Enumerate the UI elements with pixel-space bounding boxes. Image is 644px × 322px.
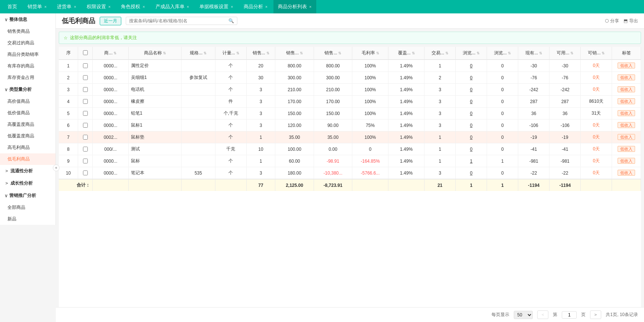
row-checkbox[interactable] <box>83 147 88 152</box>
cell-current: -242 <box>518 84 550 96</box>
chevron-down-icon: ∨ <box>4 87 8 92</box>
cell-browse1[interactable]: 0 <box>456 131 487 143</box>
sidebar-item-traded-products[interactable]: 交易过的商品 <box>0 37 55 49</box>
sidebar-item-new-products[interactable]: 新品 <box>0 213 55 225</box>
cell-browse1[interactable]: 0 <box>456 119 487 131</box>
filter-button[interactable]: 近一月 <box>100 17 121 25</box>
sidebar-item-category-sales[interactable]: 商品分类助销率 <box>0 49 55 60</box>
th-saleable[interactable]: 可销... ⇅ <box>581 47 612 60</box>
th-cover-rate[interactable]: 覆盖... ⇅ <box>388 47 424 60</box>
th-browse1[interactable]: 浏览... ⇅ <box>456 47 487 60</box>
row-checkbox[interactable] <box>83 159 88 163</box>
content-header: 低毛利商品 近一月 🔍 ⬡ 分享 ⬒ 导出 <box>56 13 644 29</box>
sidebar-item-low-coverage[interactable]: 低覆盖度商品 <box>0 130 55 142</box>
th-name[interactable]: 商品名称 ⇅ <box>128 47 181 60</box>
cell-check[interactable] <box>78 119 93 131</box>
page-number-input[interactable] <box>562 311 577 319</box>
cell-check[interactable] <box>78 143 93 155</box>
select-all-checkbox[interactable] <box>83 50 88 55</box>
cell-check[interactable] <box>78 96 93 108</box>
cell-unit: 个 <box>215 155 246 167</box>
close-icon[interactable]: × <box>309 4 311 9</box>
row-checkbox[interactable] <box>83 99 88 104</box>
row-checkbox[interactable] <box>83 111 88 116</box>
cell-browse1[interactable]: 0 <box>456 108 487 119</box>
th-trade-count[interactable]: 交易... ⇅ <box>424 47 456 60</box>
sidebar-item-high-value[interactable]: 高价值商品 <box>0 96 55 107</box>
th-current[interactable]: 现有... ⇅ <box>518 47 550 60</box>
totals-sales3: -8,723.91 <box>314 179 352 191</box>
cell-saleable: 0天 <box>581 167 612 179</box>
row-checkbox[interactable] <box>83 75 88 80</box>
sidebar-group-growth[interactable]: ＞ 成长性分析 <box>0 177 55 189</box>
th-sales1[interactable]: 销售... ⇅ <box>246 47 275 60</box>
prev-page-button[interactable]: ＜ <box>537 310 548 319</box>
close-icon[interactable]: × <box>265 4 267 9</box>
th-sales2[interactable]: 销售... ⇅ <box>275 47 314 60</box>
sidebar-item-low-profit[interactable]: 低毛利商品 <box>0 153 55 165</box>
cell-check[interactable] <box>78 131 93 143</box>
th-browse2[interactable]: 浏览... ⇅ <box>487 47 518 60</box>
table-container[interactable]: 序 商... ⇅ 商品名称 ⇅ 规格... ⇅ 计量... ⇅ 销售... ⇅ … <box>59 47 641 307</box>
close-icon[interactable]: × <box>142 4 145 9</box>
search-icon[interactable]: 🔍 <box>228 18 234 23</box>
nav-item-roles[interactable]: 角色授权 × <box>116 0 149 13</box>
sidebar-item-high-profit[interactable]: 高毛利商品 <box>0 142 55 153</box>
row-checkbox[interactable] <box>83 123 88 128</box>
search-input[interactable] <box>129 18 228 23</box>
cell-browse1[interactable]: 0 <box>456 72 487 84</box>
th-check[interactable] <box>78 47 93 60</box>
nav-item-home[interactable]: 首页 <box>3 0 22 13</box>
cell-browse1[interactable]: 0 <box>456 60 487 72</box>
sidebar-collapse-button[interactable]: « <box>53 165 60 171</box>
cell-browse1[interactable]: 0 <box>456 143 487 155</box>
th-code[interactable]: 商... ⇅ <box>93 47 129 60</box>
nav-item-analysis[interactable]: 商品分析 × <box>239 0 272 13</box>
close-icon[interactable]: × <box>108 4 110 9</box>
sidebar-group-overall[interactable]: ∨ 整体信息 <box>0 13 55 26</box>
cell-check[interactable] <box>78 155 93 167</box>
cell-check[interactable] <box>78 108 93 119</box>
export-button[interactable]: ⬒ 导出 <box>624 18 638 24</box>
nav-item-products[interactable]: 产成品入库单 × <box>151 0 193 13</box>
cell-check[interactable] <box>78 72 93 84</box>
cell-check[interactable] <box>78 167 93 179</box>
nav-item-templates[interactable]: 单据模板设置 × <box>195 0 237 13</box>
sidebar-item-high-coverage[interactable]: 高覆盖度商品 <box>0 119 55 130</box>
th-sales3[interactable]: 销售... ⇅ <box>314 47 352 60</box>
sidebar-item-inventory[interactable]: 有库存的商品 <box>0 60 55 72</box>
close-icon[interactable]: × <box>74 4 76 9</box>
cell-browse1[interactable]: 0 <box>456 84 487 96</box>
row-checkbox[interactable] <box>83 63 88 68</box>
row-checkbox[interactable] <box>83 135 88 140</box>
page-size-select[interactable]: 50 100 200 <box>514 311 533 319</box>
close-icon[interactable]: × <box>44 4 47 9</box>
cell-check[interactable] <box>78 84 93 96</box>
share-button[interactable]: ⬡ 分享 <box>605 18 619 24</box>
cell-browse1[interactable]: 1 <box>456 155 487 167</box>
sidebar-item-capital[interactable]: 库存资金占用 <box>0 72 55 83</box>
cell-sales3: 90.00 <box>314 119 352 131</box>
nav-item-sales[interactable]: 销货单 × <box>23 0 51 13</box>
row-checkbox[interactable] <box>83 87 88 92</box>
row-checkbox[interactable] <box>83 170 88 175</box>
sidebar-group-marketing[interactable]: ∨ 营销推广分析 <box>0 189 55 202</box>
sidebar-item-sales-products[interactable]: 销售类商品 <box>0 26 55 37</box>
sidebar-group-type[interactable]: ∨ 类型量分析 <box>0 83 55 96</box>
cell-browse1[interactable]: 0 <box>456 167 487 179</box>
th-unit[interactable]: 计量... ⇅ <box>215 47 246 60</box>
cell-browse1[interactable]: 0 <box>456 96 487 108</box>
cell-check[interactable] <box>78 60 93 72</box>
sidebar-item-low-value[interactable]: 低价值商品 <box>0 107 55 119</box>
nav-item-permissions[interactable]: 权限设置 × <box>82 0 115 13</box>
sidebar-group-circulation[interactable]: ＞ 流通性分析 <box>0 165 55 177</box>
close-icon[interactable]: × <box>187 4 189 9</box>
th-spec[interactable]: 规格... ⇅ <box>182 47 215 60</box>
th-gross-rate[interactable]: 毛利率 ⇅ <box>352 47 388 60</box>
th-available[interactable]: 可用... ⇅ <box>550 47 581 60</box>
next-page-button[interactable]: ＞ <box>590 310 601 319</box>
nav-item-analysis-list[interactable]: 商品分析列表 × <box>273 0 316 13</box>
close-icon[interactable]: × <box>231 4 233 9</box>
sidebar-item-all-products[interactable]: 全部商品 <box>0 202 55 213</box>
nav-item-purchase[interactable]: 进货单 × <box>52 0 80 13</box>
